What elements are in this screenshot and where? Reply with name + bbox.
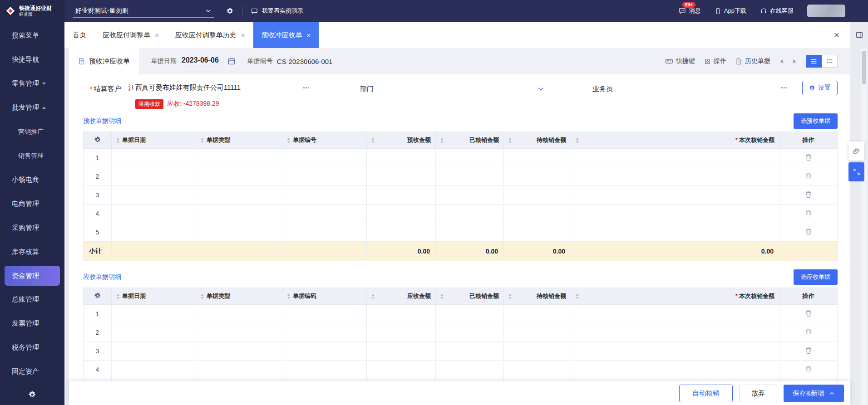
sidebar-item-wholesale[interactable]: 批发管理 bbox=[0, 96, 64, 120]
scrollbar-thumb[interactable] bbox=[862, 51, 866, 84]
delete-icon[interactable] bbox=[805, 154, 812, 161]
next-arrow-icon[interactable] bbox=[793, 59, 797, 64]
org-selector[interactable]: 好业财测试-量勿删 bbox=[73, 5, 214, 18]
sidebar-item-inventory[interactable]: 库存核算 bbox=[0, 240, 64, 264]
col-header-prepay-amount[interactable]: ▲▼预收金额 bbox=[367, 132, 436, 149]
topbar-gear-icon[interactable] bbox=[226, 7, 234, 15]
col-header-doc-code[interactable]: ▲▼单据编码 bbox=[282, 288, 367, 305]
sort-icon[interactable]: ▲▼ bbox=[287, 293, 290, 299]
select-prepay-docs-button[interactable]: 选预收单据 bbox=[794, 113, 838, 129]
demo-link[interactable]: 我要看实例演示 bbox=[251, 7, 303, 15]
delete-icon[interactable] bbox=[805, 366, 812, 373]
auto-writeoff-button[interactable]: 自动核销 bbox=[679, 385, 733, 402]
ellipsis-icon[interactable]: ⋯ bbox=[303, 84, 310, 92]
sidebar-item-sales-mgmt[interactable]: 销售管理 bbox=[0, 144, 64, 168]
avatar[interactable] bbox=[807, 5, 845, 17]
sort-icon[interactable]: ▲▼ bbox=[440, 293, 444, 299]
sort-icon[interactable]: ▲▼ bbox=[576, 137, 579, 143]
document-icon bbox=[78, 58, 85, 65]
col-header-written-off-amount[interactable]: ▲▼已核销金额 bbox=[436, 132, 504, 149]
chevron-down-icon[interactable] bbox=[538, 86, 544, 92]
sort-icon[interactable]: ▲▼ bbox=[287, 137, 290, 143]
sidebar-item-funds[interactable]: 资金管理 bbox=[5, 266, 60, 286]
department-field[interactable] bbox=[379, 85, 547, 95]
sidebar-item-fixed-assets[interactable]: 固定资产 bbox=[0, 360, 64, 384]
history-docs-button[interactable]: 历史单据 bbox=[735, 57, 770, 65]
sort-icon[interactable]: ▲▼ bbox=[116, 293, 119, 299]
close-icon[interactable]: × bbox=[241, 31, 245, 39]
sidebar-item-invoice[interactable]: 发票管理 bbox=[0, 312, 64, 336]
col-header-doc-type[interactable]: ▲▼单据类型 bbox=[196, 132, 282, 149]
shortcut-keys-button[interactable]: 快捷键 bbox=[665, 57, 695, 65]
app-download-button[interactable]: App下载 bbox=[715, 7, 746, 15]
sort-icon[interactable]: ▲▼ bbox=[201, 137, 204, 143]
delete-icon[interactable] bbox=[805, 191, 812, 198]
tab-ar-ap-adjust-history[interactable]: 应收应付调整单历史× bbox=[167, 22, 253, 48]
chevron-up-icon[interactable] bbox=[829, 390, 835, 396]
tab-prepay-offset[interactable]: 预收冲应收单× bbox=[253, 22, 319, 48]
col-header-doc-date[interactable]: ▲▼单据日期 bbox=[112, 288, 196, 305]
delete-icon[interactable] bbox=[805, 210, 812, 217]
sidebar-item-retail[interactable]: 零售管理 bbox=[0, 72, 64, 96]
sort-icon[interactable]: ▲▼ bbox=[440, 137, 444, 143]
card-view-icon[interactable] bbox=[822, 55, 838, 68]
fullscreen-button[interactable] bbox=[848, 162, 864, 181]
sidebar-item-xiaochang-ecom[interactable]: 小畅电商 bbox=[0, 168, 64, 192]
layout-toggle-icon[interactable] bbox=[850, 22, 868, 48]
sidebar-item-search-menu[interactable]: 搜索菜单 bbox=[0, 24, 64, 48]
sidebar-settings-gear-icon[interactable] bbox=[0, 387, 64, 402]
sidebar-item-marketing[interactable]: 营销推广 bbox=[0, 120, 64, 144]
col-header-written-off-amount[interactable]: ▲▼已核销金额 bbox=[436, 288, 504, 305]
ellipsis-icon[interactable]: ⋯ bbox=[781, 84, 788, 92]
sidebar-item-purchase[interactable]: 采购管理 bbox=[0, 216, 64, 240]
sort-icon[interactable]: ▲▼ bbox=[201, 293, 204, 299]
sort-icon[interactable]: ▲▼ bbox=[576, 293, 579, 299]
col-header-pending-amount[interactable]: ▲▼待核销金额 bbox=[504, 132, 571, 149]
topbar-right: 99+ 消息 App下载 在线客服 bbox=[678, 5, 845, 17]
sidebar-item-tax[interactable]: 税务管理 bbox=[0, 336, 64, 360]
delete-icon[interactable] bbox=[805, 328, 812, 336]
sidebar-item-general-ledger[interactable]: 总账管理 bbox=[0, 288, 64, 312]
phone-icon bbox=[715, 8, 721, 15]
tab-home[interactable]: 首页 bbox=[64, 22, 94, 48]
sort-icon[interactable]: ▲▼ bbox=[508, 293, 512, 299]
online-service-button[interactable]: 在线客服 bbox=[760, 7, 794, 15]
delete-icon[interactable] bbox=[805, 310, 812, 317]
col-header-doc-type[interactable]: ▲▼单据类型 bbox=[196, 288, 282, 305]
sidebar-item-ecom-mgmt[interactable]: 电商管理 bbox=[0, 192, 64, 216]
list-view-icon[interactable] bbox=[806, 55, 822, 68]
sort-icon[interactable]: ▲▼ bbox=[508, 137, 512, 143]
delete-icon[interactable] bbox=[805, 172, 812, 180]
doc-date-field[interactable]: 2023-06-06 bbox=[181, 55, 223, 67]
discard-button[interactable]: 放弃 bbox=[739, 385, 777, 402]
customer-field[interactable]: 江西真可爱布娃娃有限责任公司11111 ⋯ bbox=[127, 83, 313, 95]
delete-icon[interactable] bbox=[805, 228, 812, 235]
sidebar-item-quick-nav[interactable]: 快捷导航 bbox=[0, 48, 64, 72]
col-header-current-writeoff-amount[interactable]: ▲▼*本次核销金额 bbox=[571, 288, 779, 305]
col-header-pending-amount[interactable]: ▲▼待核销金额 bbox=[504, 288, 571, 305]
attachment-button[interactable] bbox=[848, 142, 864, 161]
col-header-doc-number[interactable]: ▲▼单据编号 bbox=[282, 132, 367, 149]
select-receivable-docs-button[interactable]: 选应收单据 bbox=[794, 269, 838, 285]
sort-icon[interactable]: ▲▼ bbox=[371, 293, 375, 299]
col-header-doc-date[interactable]: ▲▼单据日期 bbox=[112, 132, 196, 149]
operations-button[interactable]: 操作 bbox=[704, 57, 726, 65]
salesman-field[interactable]: ⋯ bbox=[618, 83, 791, 95]
settings-button[interactable]: 设置 bbox=[802, 81, 838, 95]
doc-title-tab[interactable]: 预收冲应收单 bbox=[69, 48, 139, 74]
close-all-tabs-icon[interactable]: × bbox=[823, 29, 850, 40]
col-header-current-writeoff-amount[interactable]: ▲▼*本次核销金额 bbox=[571, 132, 779, 149]
close-icon[interactable]: × bbox=[155, 31, 159, 39]
sort-icon[interactable]: ▲▼ bbox=[116, 137, 119, 143]
messages-button[interactable]: 99+ 消息 bbox=[678, 7, 701, 15]
col-header-receivable-amount[interactable]: ▲▼应收金额 bbox=[367, 288, 436, 305]
tab-ar-ap-adjust[interactable]: 应收应付调整单× bbox=[94, 22, 167, 48]
column-settings-gear-icon[interactable] bbox=[84, 288, 112, 305]
calendar-icon[interactable] bbox=[227, 57, 236, 65]
close-icon[interactable]: × bbox=[307, 31, 311, 39]
delete-icon[interactable] bbox=[805, 347, 812, 354]
sort-icon[interactable]: ▲▼ bbox=[371, 137, 375, 143]
prev-arrow-icon[interactable] bbox=[779, 59, 784, 64]
save-and-new-button[interactable]: 保存&新增 bbox=[784, 385, 844, 402]
column-settings-gear-icon[interactable] bbox=[84, 132, 112, 149]
